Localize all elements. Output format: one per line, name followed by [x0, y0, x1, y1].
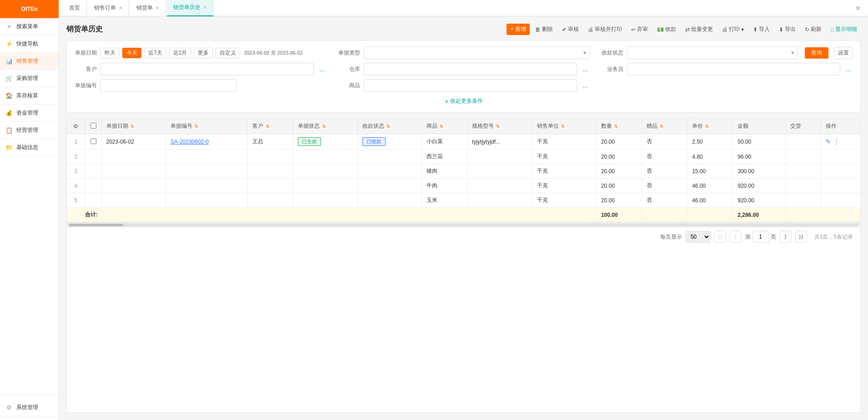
col-checkbox [85, 119, 101, 134]
tab-sales-order[interactable]: 销售订单 ✕ [88, 0, 129, 16]
col-doc-status[interactable]: 单据状态 ⇅ [293, 119, 357, 134]
abandon-button[interactable]: ↩ 弃审 [627, 24, 652, 35]
date-custom-btn[interactable]: 自定义 [216, 48, 240, 58]
goods-input[interactable] [364, 79, 577, 92]
purchase-mgmt-icon: 🛒 [5, 75, 13, 82]
date-7days-btn[interactable]: 近7天 [144, 48, 166, 58]
tab-sales-history-close[interactable]: ✕ [203, 5, 207, 10]
row-amount-1: 50.00 [733, 134, 786, 150]
close-all-tabs-button[interactable]: ✕ [852, 5, 864, 12]
next-page-button[interactable]: ⟩ [780, 231, 792, 243]
sidebar-item-inventory[interactable]: 🏠 库存核算 [0, 87, 59, 105]
row-goods-3: 猪肉 [421, 164, 467, 179]
audit-print-icon: 🖨 [588, 26, 593, 33]
tab-home[interactable]: 首页 [63, 0, 87, 16]
collapse-filters-button[interactable]: ∧ 收起更多条件 [74, 95, 853, 107]
tab-sales-order-close[interactable]: ✕ [119, 5, 122, 10]
doc-no-input[interactable] [100, 79, 237, 92]
col-unit[interactable]: 销售单位 ⇅ [532, 119, 596, 134]
totals-gift-empty [642, 208, 687, 222]
audit-print-button[interactable]: 🖨 审核并打印 [584, 24, 626, 35]
row-spec-5 [467, 193, 532, 208]
query-button[interactable]: 查询 [805, 47, 828, 59]
payment-status-label: 收款状态 [601, 49, 623, 57]
sidebar-item-search-menu[interactable]: ≡ 搜索菜单 [0, 18, 59, 35]
total-info: 共1页，5条记录 [814, 233, 853, 241]
sidebar-item-quick-nav[interactable]: ⚡ 快捷导航 [0, 35, 59, 53]
audit-button[interactable]: ✔ 审核 [558, 24, 582, 35]
date-1month-btn[interactable]: 近1月 [169, 48, 191, 58]
select-all-checkbox[interactable] [90, 123, 96, 129]
col-doc-date[interactable]: 单据日期 ⇅ [101, 119, 166, 134]
tab-sales-goods-close[interactable]: ✕ [156, 5, 159, 10]
per-page-select[interactable]: 50 100 [686, 231, 711, 243]
col-doc-no[interactable]: 单据编号 ⇅ [166, 119, 247, 134]
settings-icon: ⚙ [73, 123, 78, 130]
row-edit-icon-1[interactable]: ✎ [826, 138, 831, 145]
col-qty[interactable]: 数量 ⇅ [596, 119, 642, 134]
sidebar-item-operations[interactable]: 📋 经营管理 [0, 122, 59, 139]
customer-input[interactable] [100, 63, 314, 75]
sidebar-item-label: 采购管理 [16, 75, 38, 82]
col-spec[interactable]: 规格型号 ⇅ [467, 119, 532, 134]
last-page-button[interactable]: ⟩⟩ [795, 231, 807, 243]
batch-change-button[interactable]: ⇄ 批量变更 [682, 24, 717, 35]
staff-label: 业务员 [601, 65, 623, 73]
col-gift[interactable]: 赠品 ⇅ [642, 119, 687, 134]
batch-change-icon: ⇄ [685, 26, 690, 33]
col-payment-status[interactable]: 收款状态 ⇅ [357, 119, 421, 134]
sidebar-item-sales-mgmt[interactable]: 📊 销售管理 [0, 53, 59, 70]
refresh-button[interactable]: ↻ 刷新 [801, 24, 825, 35]
collect-button[interactable]: 💵 收款 [653, 24, 680, 35]
sidebar-item-label: 销售管理 [16, 57, 38, 65]
row-doc-date-1: 2023-06-02 [101, 134, 166, 150]
staff-input[interactable] [627, 63, 840, 75]
sidebar-item-base-info[interactable]: 📁 基础信息 [0, 139, 59, 156]
display-detail-button[interactable]: □ 显示明细 [827, 24, 861, 35]
customer-picker-icon[interactable]: ... [317, 65, 326, 73]
new-button[interactable]: + 新增 [507, 24, 529, 35]
date-today-btn[interactable]: 今天 [122, 48, 141, 58]
scrollbar-thumb[interactable] [69, 224, 123, 226]
first-page-button[interactable]: ⟨⟨ [714, 231, 726, 243]
col-unit-price[interactable]: 单价 ⇅ [687, 119, 733, 134]
horizontal-scrollbar[interactable] [67, 222, 860, 227]
col-settings[interactable]: ⚙ [67, 119, 85, 134]
row-doc-no-1[interactable]: SA-20230602-0 [166, 134, 247, 150]
tab-sales-goods[interactable]: 销货单 ✕ [130, 0, 166, 16]
row-checkbox-1[interactable] [85, 134, 101, 150]
prev-page-button[interactable]: ⟨ [730, 231, 742, 243]
row-payment-status-4 [357, 179, 421, 193]
warehouse-input[interactable] [364, 63, 577, 75]
page-suffix: 页 [771, 233, 776, 241]
payment-status-select[interactable] [627, 46, 798, 59]
col-goods[interactable]: 商品 ⇅ [421, 119, 467, 134]
tab-sales-history[interactable]: 销货单历史 ✕ [167, 0, 214, 16]
row-gift-5: 否 [642, 193, 687, 208]
date-filter-group: 单据日期 昨天 今天 近7天 近1月 更多 自定义 2023-06-02 至 2… [74, 48, 326, 58]
col-customer[interactable]: 客户 ⇅ [248, 119, 293, 134]
sidebar-item-finance[interactable]: 💰 资金管理 [0, 105, 59, 122]
sidebar-item-purchase-mgmt[interactable]: 🛒 采购管理 [0, 70, 59, 87]
row-trade-1 [786, 134, 821, 150]
date-yesterday-btn[interactable]: 昨天 [100, 48, 120, 58]
doc-status-sort-icon: ⇅ [322, 124, 326, 129]
goods-picker-icon[interactable]: ... [581, 82, 590, 89]
staff-picker-icon[interactable]: ... [844, 65, 853, 73]
date-more-btn[interactable]: 更多 [194, 48, 213, 58]
main-content: 首页 销售订单 ✕ 销货单 ✕ 销货单历史 ✕ ✕ 销货单历史 + 新增 🗑 删… [59, 0, 868, 420]
row-action-2 [821, 150, 860, 164]
row-more-icon-1[interactable]: ⋮ [833, 138, 839, 145]
import-button[interactable]: ⬆ 导入 [749, 24, 773, 35]
print-button[interactable]: 🖨 打印 ▾ [718, 24, 748, 35]
warehouse-picker-icon[interactable]: ... [581, 65, 590, 73]
settings-button[interactable]: 设置 [834, 47, 853, 59]
gift-sort-icon: ⇅ [660, 124, 663, 129]
sidebar-item-system[interactable]: ⚙ 系统管理 [0, 399, 59, 416]
doc-type-select[interactable] [364, 46, 590, 59]
delete-button[interactable]: 🗑 删除 [532, 24, 557, 35]
col-goods-label: 商品 [426, 123, 437, 129]
warehouse-filter-group: 仓库 ... [337, 63, 590, 75]
page-number-input[interactable] [753, 231, 769, 243]
export-button[interactable]: ⬇ 导出 [775, 24, 799, 35]
